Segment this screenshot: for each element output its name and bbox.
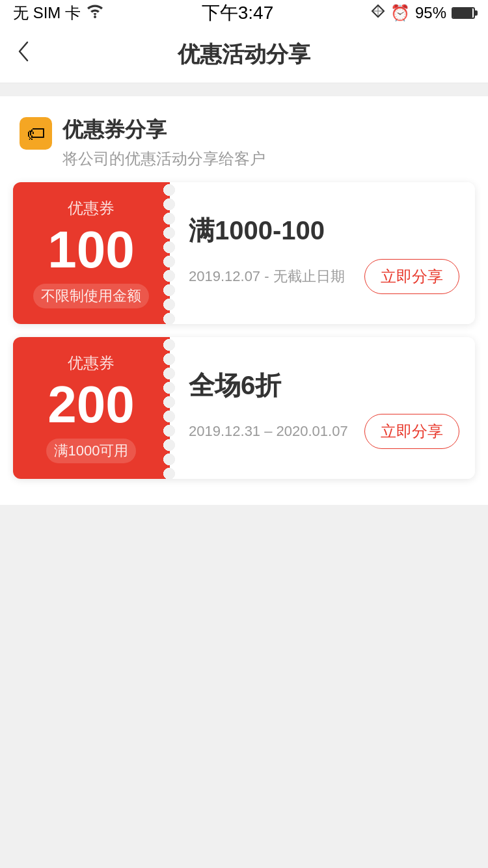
nav-bar: 优惠活动分享 <box>0 26 488 83</box>
section-divider <box>0 83 488 96</box>
coupon-label-0: 优惠券 <box>68 198 115 219</box>
coupon-card-1: 优惠券 200 满1000可用 全场6折 2019.12.31 – 2020.0… <box>13 337 475 479</box>
location-icon <box>371 4 385 22</box>
section-subtitle: 将公司的优惠活动分享给客户 <box>62 148 265 169</box>
share-button-1[interactable]: 立即分享 <box>364 414 459 449</box>
coupon-right-1: 全场6折 2019.12.31 – 2020.01.07 立即分享 <box>169 337 475 479</box>
page-title: 优惠活动分享 <box>178 40 310 70</box>
coupon-condition-1: 满1000可用 <box>46 439 137 463</box>
share-button-0[interactable]: 立即分享 <box>364 259 459 294</box>
coupon-label-1: 优惠券 <box>68 353 115 373</box>
status-left: 无 SIM 卡 <box>13 3 104 23</box>
coupon-date-0: 2019.12.07 - 无截止日期 <box>189 267 357 286</box>
alarm-icon: ⏰ <box>390 4 410 22</box>
section-title: 优惠券分享 <box>62 116 265 144</box>
coupon-name-1: 全场6折 <box>189 368 459 403</box>
coupon-meta-0: 2019.12.07 - 无截止日期 立即分享 <box>189 259 459 294</box>
section-text: 优惠券分享 将公司的优惠活动分享给客户 <box>62 116 265 169</box>
coupon-scallop-0 <box>163 182 176 324</box>
wifi-icon <box>86 4 104 22</box>
coupon-left-0: 优惠券 100 不限制使用金额 <box>13 182 169 324</box>
content-background <box>0 505 488 868</box>
coupon-list: 优惠券 100 不限制使用金额 满1000-100 2019.12.07 - 无… <box>0 182 488 505</box>
coupon-left-1: 优惠券 200 满1000可用 <box>13 337 169 479</box>
coupon-amount-0: 100 <box>47 224 134 276</box>
coupon-condition-0: 不限制使用金额 <box>33 284 149 308</box>
status-right: ⏰ 95% <box>371 4 475 22</box>
coupon-date-1: 2019.12.31 – 2020.01.07 <box>189 423 357 440</box>
section-header: 🏷 优惠券分享 将公司的优惠活动分享给客户 <box>0 96 488 182</box>
coupon-card: 优惠券 100 不限制使用金额 满1000-100 2019.12.07 - 无… <box>13 182 475 324</box>
battery-icon <box>452 7 475 19</box>
coupon-right-0: 满1000-100 2019.12.07 - 无截止日期 立即分享 <box>169 182 475 324</box>
coupon-meta-1: 2019.12.31 – 2020.01.07 立即分享 <box>189 414 459 449</box>
svg-point-0 <box>94 16 96 18</box>
coupon-amount-1: 200 <box>47 379 134 431</box>
coupon-scallop-1 <box>163 337 176 479</box>
back-button[interactable] <box>16 38 31 70</box>
carrier-text: 无 SIM 卡 <box>13 3 81 23</box>
coupon-name-0: 满1000-100 <box>189 213 459 249</box>
section-icon: 🏷 <box>20 117 52 150</box>
battery-percent: 95% <box>415 4 446 22</box>
status-bar: 无 SIM 卡 下午3:47 ⏰ 95% <box>0 0 488 26</box>
time-display: 下午3:47 <box>202 1 274 25</box>
